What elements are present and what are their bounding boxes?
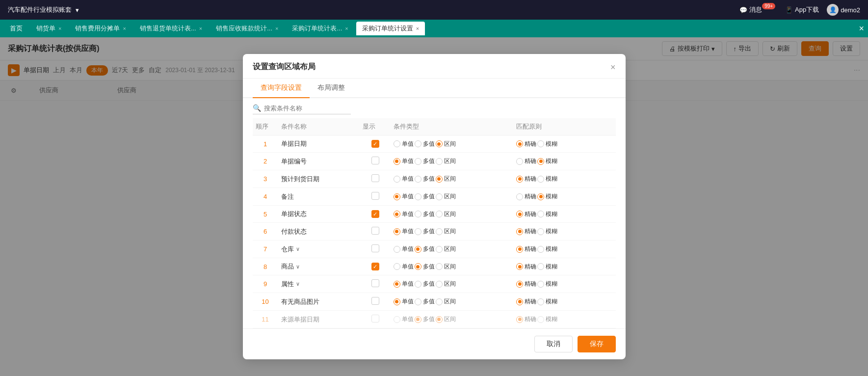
tab-sales-label: 销货单 xyxy=(36,24,55,33)
table-row: 2单据编号单值多值区间精确模糊 xyxy=(253,153,616,170)
tab5-label: 采购订单统计表... xyxy=(292,24,342,33)
search-input-wrap: 🔍 xyxy=(253,104,351,114)
modal-table: 顺序 条件名称 显示 条件类型 匹配原则 1单据日期单值多值区间精确模糊2单据编… xyxy=(253,118,616,328)
table-row: 5单据状态单值多值区间精确模糊 xyxy=(253,206,616,223)
app-download-label: App下载 xyxy=(795,5,819,14)
user-name: demo2 xyxy=(841,6,860,14)
app-download-icon: 📱 xyxy=(785,6,793,14)
th-type: 条件类型 xyxy=(391,118,513,135)
tab-sales-close[interactable]: × xyxy=(58,26,61,31)
modal-header: 设置查询区域布局 × xyxy=(243,54,626,79)
table-row: 4备注单值多值区间精确模糊 xyxy=(253,188,616,206)
th-order: 顺序 xyxy=(253,118,278,135)
app-title: 汽车配件行业模拟账套 xyxy=(8,5,72,14)
save-button[interactable]: 保存 xyxy=(578,336,616,352)
tab-sales-return[interactable]: 销售退货单统计表... × xyxy=(134,22,208,35)
modal-search-area: 🔍 xyxy=(243,98,626,118)
modal: 设置查询区域布局 × 查询字段设置 布局调整 🔍 xyxy=(243,54,626,359)
search-icon: 🔍 xyxy=(253,104,261,112)
tab5-close[interactable]: × xyxy=(345,26,348,31)
th-name: 条件名称 xyxy=(278,118,360,135)
table-row: 11来源单据日期单值多值区间精确模糊 xyxy=(253,311,616,328)
th-match: 匹配原则 xyxy=(513,118,615,135)
top-bar: 汽车配件行业模拟账套 ▾ 💬 消息 99+ 📱 App下载 👤 demo2 xyxy=(0,0,868,20)
tab-sales-fee-label: 销售费用分摊单 xyxy=(75,24,120,33)
tab-active-label: 采购订单统计设置 xyxy=(362,24,413,33)
modal-tab-layout[interactable]: 布局调整 xyxy=(310,79,353,98)
main-area: 采购订单统计表(按供应商) 🖨 按模板打印 ▾ ↑ 导出 ↻ 刷新 查询 设置 xyxy=(0,37,868,376)
modal-tabs: 查询字段设置 布局调整 xyxy=(243,79,626,98)
table-header: 顺序 条件名称 显示 条件类型 匹配原则 xyxy=(253,118,616,135)
table-row: 1单据日期单值多值区间精确模糊 xyxy=(253,135,616,153)
tab-home[interactable]: 首页 xyxy=(4,22,28,35)
tab-bar: 首页 销货单 × 销售费用分摊单 × 销售退货单统计表... × 销售应收账款统… xyxy=(0,20,868,37)
message-label: 消息 xyxy=(749,5,762,14)
tab-active-close[interactable]: × xyxy=(416,26,419,31)
table-row: 6付款状态单值多值区间精确模糊 xyxy=(253,223,616,241)
app-title-area: 汽车配件行业模拟账套 ▾ xyxy=(8,5,79,14)
cancel-button[interactable]: 取消 xyxy=(534,336,573,352)
tab4-label: 销售应收账款统计... xyxy=(216,24,272,33)
table-row: 10有无商品图片单值多值区间精确模糊 xyxy=(253,293,616,311)
message-icon: 💬 xyxy=(739,6,747,14)
close-all-tabs[interactable]: × xyxy=(859,24,864,34)
modal-table-wrap: 顺序 条件名称 显示 条件类型 匹配原则 1单据日期单值多值区间精确模糊2单据编… xyxy=(243,118,626,328)
tab5[interactable]: 采购订单统计表... × xyxy=(286,22,354,35)
avatar-icon: 👤 xyxy=(827,4,839,16)
tab-sales-fee[interactable]: 销售费用分摊单 × xyxy=(69,22,132,35)
top-bar-right: 💬 消息 99+ 📱 App下载 👤 demo2 xyxy=(739,4,860,16)
tab-active[interactable]: 采购订单统计设置 × xyxy=(356,22,425,35)
modal-footer: 取消 保存 xyxy=(243,328,626,359)
modal-title: 设置查询区域布局 xyxy=(253,62,316,72)
tab-sales-return-close[interactable]: × xyxy=(199,26,202,31)
message-badge: 99+ xyxy=(762,3,775,9)
modal-overlay: 设置查询区域布局 × 查询字段设置 布局调整 🔍 xyxy=(0,37,868,376)
table-row: 3预计到货日期单值多值区间精确模糊 xyxy=(253,170,616,188)
search-input[interactable] xyxy=(264,105,342,112)
tab-sales-return-label: 销售退货单统计表... xyxy=(140,24,196,33)
tab4-close[interactable]: × xyxy=(275,26,278,31)
app-dropdown-icon[interactable]: ▾ xyxy=(76,6,79,14)
app-download-button[interactable]: 📱 App下载 xyxy=(785,5,819,14)
table-row: 8商品∨单值多值区间精确模糊 xyxy=(253,258,616,275)
user-avatar[interactable]: 👤 demo2 xyxy=(827,4,860,16)
tab-home-label: 首页 xyxy=(10,24,23,33)
tab-sales[interactable]: 销货单 × xyxy=(30,22,67,35)
tab-sales-fee-close[interactable]: × xyxy=(123,26,126,31)
table-row: 7仓库∨单值多值区间精确模糊 xyxy=(253,241,616,258)
modal-tab-fields[interactable]: 查询字段设置 xyxy=(253,79,310,98)
message-button[interactable]: 💬 消息 99+ xyxy=(739,5,777,14)
modal-close-button[interactable]: × xyxy=(610,63,616,72)
tab4[interactable]: 销售应收账款统计... × xyxy=(210,22,284,35)
table-row: 9属性∨单值多值区间精确模糊 xyxy=(253,275,616,293)
modal-tab-layout-label: 布局调整 xyxy=(317,83,345,91)
modal-tab-fields-label: 查询字段设置 xyxy=(261,83,302,91)
th-show: 显示 xyxy=(360,118,391,135)
